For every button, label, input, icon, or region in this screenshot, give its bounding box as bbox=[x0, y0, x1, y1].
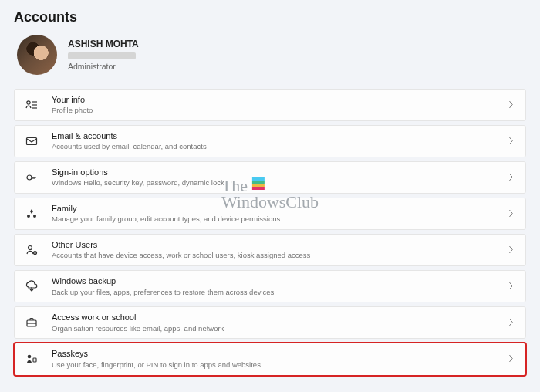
settings-item-title: Other Users bbox=[52, 240, 508, 250]
settings-item-your-info[interactable]: Your infoProfile photo bbox=[14, 89, 526, 121]
passkey-icon bbox=[22, 353, 41, 365]
settings-item-family[interactable]: FamilyManage your family group, edit acc… bbox=[14, 198, 526, 230]
settings-item-backup[interactable]: Windows backupBack up your files, apps, … bbox=[14, 270, 526, 302]
user-email-redacted bbox=[68, 52, 136, 59]
chevron-right-icon bbox=[508, 134, 516, 148]
settings-item-title: Access work or school bbox=[52, 313, 508, 323]
settings-item-briefcase[interactable]: Access work or schoolOrganisation resour… bbox=[14, 306, 526, 339]
page-title: Accounts bbox=[14, 9, 526, 25]
email-icon bbox=[22, 135, 41, 147]
settings-item-desc: Windows Hello, security key, password, d… bbox=[52, 178, 508, 188]
settings-item-desc: Accounts that have device access, work o… bbox=[52, 251, 508, 260]
chevron-right-icon bbox=[508, 207, 516, 221]
settings-item-title: Passkeys bbox=[52, 349, 508, 359]
settings-item-desc: Manage your family group, edit account t… bbox=[52, 215, 508, 224]
chevron-right-icon bbox=[508, 171, 516, 184]
settings-list: Your infoProfile photoEmail & accountsAc… bbox=[14, 89, 526, 376]
other-users-icon bbox=[22, 244, 41, 256]
settings-item-desc: Profile photo bbox=[52, 106, 508, 115]
chevron-right-icon bbox=[508, 98, 516, 112]
settings-item-title: Windows backup bbox=[52, 276, 508, 286]
settings-item-email[interactable]: Email & accountsAccounts used by email, … bbox=[14, 125, 526, 157]
settings-item-desc: Accounts used by email, calendar, and co… bbox=[52, 142, 508, 151]
settings-item-title: Sign-in options bbox=[52, 167, 508, 177]
settings-item-title: Family bbox=[52, 204, 508, 214]
settings-item-desc: Back up your files, apps, preferences to… bbox=[52, 288, 508, 297]
family-icon bbox=[22, 208, 41, 220]
chevron-right-icon bbox=[508, 279, 516, 293]
settings-item-key[interactable]: Sign-in optionsWindows Hello, security k… bbox=[14, 161, 526, 194]
settings-item-passkey[interactable]: PasskeysUse your face, fingerprint, or P… bbox=[14, 343, 526, 375]
avatar bbox=[17, 35, 57, 75]
chevron-right-icon bbox=[508, 243, 516, 257]
chevron-right-icon bbox=[508, 352, 516, 366]
briefcase-icon bbox=[22, 316, 41, 329]
backup-icon bbox=[22, 280, 41, 292]
settings-item-title: Your info bbox=[52, 95, 508, 105]
your-info-icon bbox=[22, 99, 41, 111]
user-block: ASHISH MOHTA Administrator bbox=[17, 35, 526, 75]
settings-item-desc: Use your face, fingerprint, or PIN to si… bbox=[52, 360, 508, 370]
user-name: ASHISH MOHTA bbox=[68, 38, 139, 50]
settings-item-desc: Organisation resources like email, apps,… bbox=[52, 324, 508, 333]
settings-item-title: Email & accounts bbox=[52, 131, 508, 141]
key-icon bbox=[22, 171, 41, 184]
chevron-right-icon bbox=[508, 316, 516, 329]
user-role: Administrator bbox=[68, 61, 139, 72]
settings-item-other-users[interactable]: Other UsersAccounts that have device acc… bbox=[14, 234, 526, 266]
